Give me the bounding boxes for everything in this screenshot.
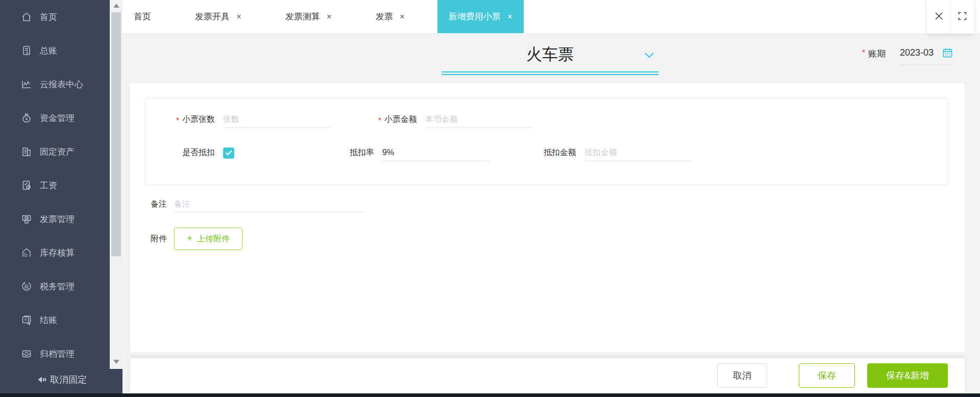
sidebar-unpin-button[interactable]: 取消固定 xyxy=(0,368,122,391)
deduction-rate-label: 抵扣率 xyxy=(318,147,374,158)
cancel-button[interactable]: 取消 xyxy=(717,363,767,388)
sidebar-item-label: 固定资产 xyxy=(40,146,75,158)
save-and-new-button[interactable]: 保存&新增 xyxy=(867,363,948,388)
scrollbar-thumb[interactable] xyxy=(111,12,121,256)
tab-home[interactable]: 首页 xyxy=(122,0,162,33)
tab-invoice[interactable]: 发票 × xyxy=(364,0,416,33)
scroll-up-button[interactable] xyxy=(110,2,122,10)
ticket-count-label: 小票张数 xyxy=(182,115,215,123)
sidebar-item-label: 归档管理 xyxy=(40,348,75,360)
deduction-amount-input[interactable] xyxy=(584,145,692,161)
tab-new-expense-receipt[interactable]: 新增费用小票 × xyxy=(437,0,524,33)
attachment-field: 附件 + 上传附件 xyxy=(151,228,242,250)
tab-invoice-calc[interactable]: 发票测算 × xyxy=(274,0,343,33)
receipt-fields-card: *小票张数 *小票金额 是否抵扣 抵扣率 xyxy=(145,98,948,185)
sidebar-item-funds[interactable]: ¥ 资金管理 xyxy=(0,101,122,135)
sidebar-item-label: 资金管理 xyxy=(40,112,75,124)
sidebar: 首页 ¥ 总账 云报表中心 ¥ 资金管理 固定资产 xyxy=(0,0,122,397)
ticket-amount-input[interactable] xyxy=(425,112,532,128)
upload-attachment-label: 上传附件 xyxy=(197,234,230,244)
deduction-amount-field: 抵扣金额 xyxy=(520,145,692,161)
sidebar-item-inventory[interactable]: 库存核算 xyxy=(0,236,122,269)
close-button[interactable] xyxy=(927,0,950,34)
tab-bar: 首页 发票开具 × 发票测算 × 发票 × 新增费用小票 × xyxy=(122,0,980,34)
deductible-checkbox[interactable] xyxy=(223,147,234,159)
tab-close-icon[interactable]: × xyxy=(507,12,512,22)
ticket-count-field: *小票张数 xyxy=(159,112,330,128)
scroll-down-button[interactable] xyxy=(110,358,122,366)
save-button[interactable]: 保存 xyxy=(799,363,855,388)
period-value: 2023-03 xyxy=(900,47,934,58)
sidebar-item-archive[interactable]: 归档管理 xyxy=(0,337,122,370)
close-icon xyxy=(935,12,943,22)
sidebar-item-label: 首页 xyxy=(40,11,57,23)
sidebar-item-home[interactable]: 首页 xyxy=(0,0,122,34)
svg-text:¥: ¥ xyxy=(24,317,27,322)
tab-close-icon[interactable]: × xyxy=(400,12,405,22)
closing-icon: ¥ xyxy=(20,314,33,326)
sidebar-item-salary[interactable]: ¥ 工资 xyxy=(0,168,122,202)
money-bag-icon: ¥ xyxy=(20,112,33,124)
tax-icon: 税 xyxy=(20,280,33,292)
svg-text:¥: ¥ xyxy=(28,185,30,189)
tab-invoice-issue[interactable]: 发票开具 × xyxy=(184,0,253,33)
deduction-amount-label: 抵扣金额 xyxy=(520,147,576,158)
fullscreen-button[interactable] xyxy=(950,0,974,34)
required-mark: * xyxy=(378,116,381,125)
period-field: * 账期 2023-03 xyxy=(862,47,953,65)
general-ledger-icon: ¥ xyxy=(20,44,33,57)
sidebar-item-tax[interactable]: 税 税务管理 xyxy=(0,269,122,303)
tab-label: 发票测算 xyxy=(285,11,320,22)
period-label: 账期 xyxy=(868,48,886,60)
svg-text:¥: ¥ xyxy=(26,51,29,55)
required-mark: * xyxy=(176,116,179,125)
deduction-rate-field: 抵扣率 xyxy=(318,145,489,161)
sidebar-nav: 首页 ¥ 总账 云报表中心 ¥ 资金管理 固定资产 xyxy=(0,0,122,370)
home-icon xyxy=(20,11,33,23)
remark-input[interactable] xyxy=(174,196,365,212)
window-controls xyxy=(927,0,974,34)
main-area: 首页 发票开具 × 发票测算 × 发票 × 新增费用小票 × xyxy=(122,0,980,397)
tab-label: 新增费用小票 xyxy=(449,11,501,22)
invoice-icon: ¥ xyxy=(20,213,33,225)
period-picker[interactable]: 2023-03 xyxy=(900,47,953,65)
sidebar-item-label: 税务管理 xyxy=(40,281,75,292)
sidebar-unpin-label: 取消固定 xyxy=(50,374,87,386)
tab-close-icon[interactable]: × xyxy=(236,12,241,22)
sidebar-item-general-ledger[interactable]: ¥ 总账 xyxy=(0,34,122,67)
sidebar-item-cloud-report[interactable]: 云报表中心 xyxy=(0,67,122,101)
sidebar-item-label: 结账 xyxy=(40,314,57,326)
collapse-left-icon xyxy=(36,374,48,386)
sidebar-item-label: 库存核算 xyxy=(40,247,75,259)
required-mark: * xyxy=(862,48,865,58)
calendar-icon[interactable] xyxy=(942,47,953,59)
title-underline xyxy=(442,74,658,75)
tab-close-icon[interactable]: × xyxy=(327,12,332,22)
upload-attachment-button[interactable]: + 上传附件 xyxy=(174,228,242,250)
fullscreen-icon xyxy=(958,12,967,22)
sidebar-item-label: 云报表中心 xyxy=(40,79,83,90)
svg-text:¥: ¥ xyxy=(24,116,28,121)
attachment-label: 附件 xyxy=(151,234,167,244)
building-icon xyxy=(20,145,33,158)
chevron-down-icon xyxy=(644,51,654,60)
deductible-label: 是否抵扣 xyxy=(159,147,215,158)
tab-label: 首页 xyxy=(134,11,151,22)
sidebar-item-invoice[interactable]: ¥ 发票管理 xyxy=(0,202,122,236)
window-bottom-edge xyxy=(0,393,980,397)
sidebar-item-label: 发票管理 xyxy=(40,213,75,225)
ticket-amount-label: 小票金额 xyxy=(384,115,417,123)
ticket-count-input[interactable] xyxy=(223,112,330,128)
sidebar-item-fixed-assets[interactable]: 固定资产 xyxy=(0,135,122,168)
form-header: 火车票 * 账期 2023-03 xyxy=(122,34,980,83)
sidebar-scrollbar[interactable] xyxy=(110,0,122,369)
ticket-amount-field: *小票金额 xyxy=(361,112,532,128)
deduction-rate-input[interactable] xyxy=(382,145,489,161)
salary-icon: ¥ xyxy=(20,179,33,191)
warehouse-icon xyxy=(20,246,33,259)
sidebar-item-closing[interactable]: ¥ 结账 xyxy=(0,303,122,337)
svg-text:税: 税 xyxy=(24,284,29,289)
archive-icon xyxy=(20,348,33,360)
expense-type-value: 火车票 xyxy=(442,36,658,71)
expense-type-select[interactable]: 火车票 xyxy=(442,36,658,75)
